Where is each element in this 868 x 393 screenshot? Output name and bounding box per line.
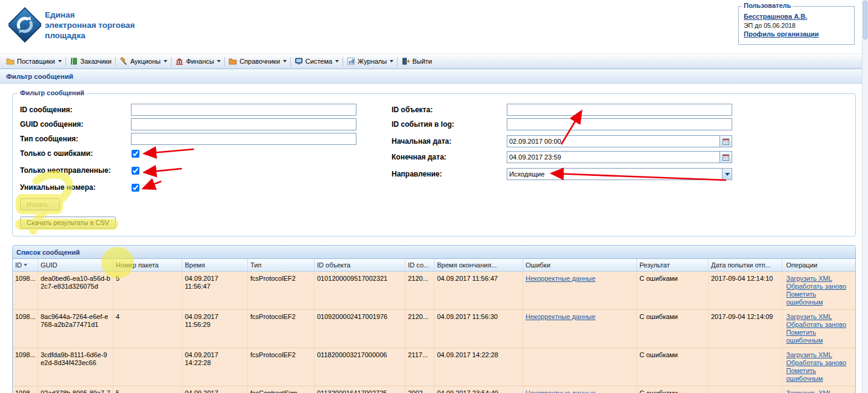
column-header-guid[interactable]: GUID [38, 259, 113, 271]
only-unsent-checkbox[interactable] [132, 167, 139, 175]
start-date-calendar-button[interactable] [720, 135, 732, 147]
only-unsent-label: Только неотправленные: [20, 166, 131, 175]
cell-result: С ошибками [637, 348, 709, 386]
cell-errors: Некорректные данные [523, 272, 637, 309]
column-header-label: ID объекта [317, 261, 350, 269]
op-load-xml-link[interactable]: Загрузить XML [786, 275, 852, 283]
column-header-label: Время окончания... [437, 261, 497, 269]
object-id-input[interactable] [507, 104, 732, 116]
end-date-calendar-button[interactable] [720, 151, 732, 163]
op-mark-error-link[interactable]: Пометить ошибочным [786, 291, 852, 306]
chevron-down-icon [283, 60, 287, 62]
direction-dropdown-button[interactable] [722, 168, 732, 180]
download-csv-button[interactable]: Скачать результаты в CSV [20, 217, 116, 229]
menu-item-label: Журналы [358, 58, 387, 65]
error-details-link[interactable]: Некорректные данные [526, 389, 634, 393]
main-menu: Поставщики Заказчики Аукционы Финансы Сп… [0, 53, 868, 69]
org-profile-link[interactable]: Профиль организации [744, 30, 849, 39]
guid-input[interactable] [131, 118, 356, 130]
end-date-input[interactable] [507, 151, 720, 163]
column-header-label: GUID [41, 261, 58, 269]
cell-type: fcsProtocolEF2 [248, 310, 315, 348]
error-details-link[interactable]: Некорректные данные [526, 313, 634, 321]
column-header-type[interactable]: Тип [248, 259, 315, 271]
column-header-label: Тип [250, 261, 261, 269]
column-header-id-so[interactable]: ID со... [406, 259, 435, 271]
type-input[interactable] [131, 133, 356, 145]
only-errors-checkbox[interactable] [132, 150, 139, 158]
cell-operations: Загрузить XML Обработать заново Пометить… [783, 348, 855, 386]
log-event-id-input[interactable] [507, 118, 732, 130]
start-date-input[interactable] [507, 135, 720, 147]
table-row[interactable]: 1098... dea0bed6-ea10-a56d-b2c7-e831d326… [13, 272, 855, 310]
menu-item-customers[interactable]: Заказчики [66, 54, 115, 69]
cell-packet: 5 [113, 272, 182, 309]
cell-id: 1098... [13, 386, 38, 393]
scrollbar-thumb[interactable] [863, 1, 867, 39]
op-reprocess-link[interactable]: Обработать заново [786, 359, 852, 367]
column-header-label: Результат [639, 261, 670, 269]
logo-icon [8, 6, 41, 47]
column-header-id[interactable]: ID [13, 259, 38, 271]
menu-item-finance[interactable]: Финансы [172, 54, 224, 69]
column-header-end-time[interactable]: Время окончания... [435, 259, 523, 271]
user-panel: Пользователь Бесстрашнова А.В. ЭП до 05.… [738, 6, 855, 45]
menu-item-system[interactable]: Система [291, 54, 342, 69]
calendar-icon [723, 154, 729, 161]
column-header-label: Дата попытки отп... [711, 261, 770, 269]
sort-desc-icon [24, 264, 27, 266]
results-panel-title: Список сообщений [13, 246, 855, 259]
op-load-xml-link[interactable]: Загрузить XML [786, 389, 852, 393]
column-header-attempt-date[interactable]: Дата попытки отп... [709, 259, 783, 271]
chevron-down-icon [58, 60, 62, 62]
column-header-result[interactable]: Результат [637, 259, 709, 271]
menu-item-label: Система [305, 58, 332, 65]
cell-attempt-date [709, 386, 783, 393]
brand-title-line: Единая [45, 10, 135, 20]
menu-item-label: Финансы [186, 58, 214, 65]
gavel-icon [119, 57, 128, 66]
direction-selected-value: Исходящие [507, 168, 722, 180]
op-reprocess-link[interactable]: Обработать заново [786, 283, 852, 291]
table-row[interactable]: 1098... 92ad378b-8995-89e7-75cd0a14b3c2 … [13, 386, 855, 393]
op-reprocess-link[interactable]: Обработать заново [786, 321, 852, 329]
column-header-time[interactable]: Время [182, 259, 248, 271]
cell-end-time: 04.09.2017 14:22:28 [435, 348, 523, 386]
cell-object-id: 0118200003217000006 [315, 348, 406, 386]
menu-item-logout[interactable]: Выйти [398, 54, 436, 69]
filter-left-column: ID сообщения: GUID сообщения: Тип сообще… [20, 104, 356, 229]
cell-type: fcsProtocolEF2 [248, 272, 315, 309]
column-header-packet[interactable]: Номер пакета [113, 259, 182, 271]
column-header-errors[interactable]: Ошибки [523, 259, 637, 271]
direction-select[interactable]: Исходящие [507, 168, 732, 180]
cell-object-id: 0113200016417002725 [315, 386, 406, 393]
user-name-link[interactable]: Бесстрашнова А.В. [744, 12, 849, 21]
unique-numbers-checkbox[interactable] [132, 184, 139, 192]
column-header-object-id[interactable]: ID объекта [315, 259, 406, 271]
column-header-label: Время [185, 261, 205, 269]
op-load-xml-link[interactable]: Загрузить XML [786, 351, 852, 359]
op-mark-error-link[interactable]: Пометить ошибочным [786, 329, 852, 344]
cell-result: С ошибками [637, 386, 709, 393]
menu-item-journals[interactable]: Журналы [343, 54, 397, 69]
brand-title: Единая электронная торговая площадка [45, 10, 135, 41]
cell-guid: dea0bed6-ea10-a56d-b2c7-e831d326075d [38, 272, 113, 309]
cell-time: 04.09.2017 11:56:29 [182, 310, 248, 348]
object-id-label: ID объекта: [392, 106, 507, 114]
error-details-link[interactable]: Некорректные данные [526, 275, 634, 283]
menu-item-label: Заказчики [81, 58, 112, 65]
message-id-input[interactable] [131, 104, 356, 116]
menu-item-directories[interactable]: Справочники [225, 54, 290, 69]
menu-item-auctions[interactable]: Аукционы [116, 54, 171, 69]
column-header-operations[interactable]: Операции [783, 259, 855, 271]
cell-id-so: 2120... [406, 272, 435, 309]
op-load-xml-link[interactable]: Загрузить XML [786, 313, 852, 321]
table-row[interactable]: 1098... 3cdfda9b-8111-6d6e-9e2d-8d34f423… [13, 348, 855, 386]
table-row[interactable]: 1098... 8ac9644a-7264-e6ef-e768-a2b2a774… [13, 310, 855, 348]
cell-id: 1098... [13, 272, 38, 309]
op-mark-error-link[interactable]: Пометить ошибочным [786, 367, 852, 383]
user-panel-legend: Пользователь [742, 2, 793, 9]
cell-type: fcsContractSign [248, 386, 315, 393]
menu-item-suppliers[interactable]: Поставщики [2, 54, 65, 69]
scrollbar-track[interactable] [862, 0, 868, 393]
